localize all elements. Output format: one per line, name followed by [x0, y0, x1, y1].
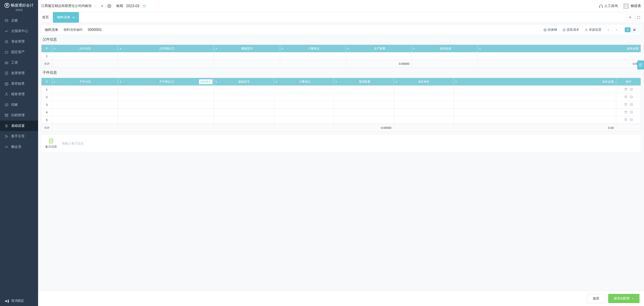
sidebar-pin-toggle[interactable]: ◀❚ 取消固定: [0, 296, 38, 306]
shortcut-button[interactable]: 快捷键: [544, 28, 557, 32]
note-icon: [48, 138, 54, 144]
sidebar-item-tax[interactable]: 税务管理: [0, 89, 38, 100]
fullscreen-button[interactable]: [635, 14, 642, 21]
brand-name: 畅捷通好会计: [11, 3, 34, 8]
reports-icon: [4, 29, 8, 33]
svg-point-46: [46, 48, 47, 48]
delete-row-button[interactable]: [624, 103, 628, 107]
child-row[interactable]: 3: [42, 101, 641, 109]
tabs-row: 首页物料清单✕: [38, 12, 644, 23]
sidebar-item-member[interactable]: 畅会员: [0, 142, 38, 152]
svg-rect-63: [49, 139, 53, 143]
tab-close-bom[interactable]: ✕: [72, 16, 75, 19]
remark-input[interactable]: [62, 142, 637, 145]
period-value[interactable]: 2023-03: [126, 4, 140, 8]
tab-bom[interactable]: 物料清单✕: [53, 12, 79, 23]
close-all-tabs-button[interactable]: [626, 14, 634, 21]
save-and-new-button[interactable]: 保存&新增: [608, 294, 640, 303]
closing-icon: [4, 103, 8, 107]
info-icon[interactable]: ?: [171, 47, 174, 50]
discard-button[interactable]: 放弃: [587, 294, 605, 303]
salary-icon: [4, 61, 8, 65]
svg-point-47: [46, 81, 47, 82]
delete-row-button[interactable]: [624, 88, 628, 92]
add-row-button[interactable]: [630, 95, 633, 99]
pin-icon: ◀❚: [4, 299, 10, 303]
company-selector[interactable]: 江西服宝精品有限责任公司内账张: [41, 4, 97, 8]
view-card-button[interactable]: [632, 27, 637, 32]
funds-icon: [4, 40, 8, 44]
svg-line-14: [6, 83, 8, 84]
page-head: 物料清单 物料清单编码 0000001 快捷键 提取成本 单据设置: [41, 25, 641, 34]
parent-col-settings-button[interactable]: [45, 47, 48, 51]
svg-point-38: [586, 29, 587, 30]
settings-icon: [4, 124, 8, 128]
svg-point-32: [626, 5, 627, 6]
member-icon: [4, 145, 8, 149]
prev-doc-button[interactable]: [607, 28, 610, 31]
child-table: ▲▼子件仓库 ▲▼*子件商品?扫码录入 ▲▼规格型号 ▲▼*计量单位 ▲▼*需用…: [41, 78, 641, 132]
svg-rect-43: [634, 29, 635, 30]
add-row-button[interactable]: [630, 118, 633, 122]
child-col-settings-button[interactable]: [45, 80, 48, 84]
child-section-title: 子件信息: [41, 70, 641, 76]
svg-rect-44: [634, 30, 634, 31]
tab-home[interactable]: 首页: [38, 12, 53, 23]
sidebar-item-closing[interactable]: 结账: [0, 100, 38, 110]
company-settings-button[interactable]: [107, 4, 111, 8]
svg-rect-17: [5, 104, 8, 106]
svg-rect-19: [6, 115, 8, 116]
ledger-icon: [4, 18, 8, 23]
delete-row-button[interactable]: [624, 118, 628, 122]
sidebar-item-funds[interactable]: 资金管理: [0, 36, 38, 47]
svg-rect-30: [600, 6, 600, 8]
sidebar-item-settings[interactable]: 基础设置: [0, 120, 38, 131]
avatar-icon: [623, 3, 629, 9]
invoice-icon: [4, 71, 8, 75]
next-doc-button[interactable]: [615, 28, 618, 31]
scan-input-button[interactable]: 扫码录入: [199, 79, 212, 84]
footer-bar: 放弃 保存&新增: [38, 291, 644, 306]
sidebar-item-assets[interactable]: 固定资产: [0, 47, 38, 57]
tax-icon: [4, 92, 8, 96]
help-link[interactable]: 人工咨询: [599, 4, 618, 8]
float-notes-button[interactable]: [637, 60, 644, 70]
parent-row[interactable]: 1: [42, 52, 641, 60]
add-row-button[interactable]: [630, 110, 633, 114]
child-row[interactable]: 1: [42, 86, 641, 94]
add-company-button[interactable]: [100, 4, 104, 8]
delete-row-button[interactable]: [624, 110, 628, 114]
sidebar-item-salary[interactable]: 工资: [0, 57, 38, 68]
svg-rect-45: [634, 30, 635, 31]
code-value: 0000001: [88, 28, 102, 32]
sidebar-item-reports[interactable]: 云报表中心: [0, 26, 38, 36]
svg-rect-69: [640, 64, 642, 66]
extract-cost-button[interactable]: 提取成本: [562, 28, 579, 32]
child-row[interactable]: 4: [42, 109, 641, 116]
calendar-icon[interactable]: [142, 4, 146, 8]
sidebar-item-ledger[interactable]: 总账: [0, 15, 38, 26]
view-list-button[interactable]: [625, 27, 630, 32]
child-subtotal-row: 小计 0.00000 0.00: [42, 124, 641, 132]
svg-rect-37: [563, 29, 565, 31]
topbar: 江西服宝精品有限责任公司内账张 账期 2023-03 人工咨询 畅捷通: [38, 0, 644, 12]
svg-rect-31: [602, 6, 603, 8]
chevron-up-icon: [631, 297, 634, 300]
remark-box: 备注信息: [41, 135, 641, 152]
add-row-button[interactable]: [630, 88, 633, 92]
sidebar-item-invoice[interactable]: 发票管理: [0, 68, 38, 78]
sidebar-item-inventory[interactable]: 库存核算: [0, 78, 38, 89]
delete-row-button[interactable]: [624, 95, 628, 99]
parent-subtotal-row: 小计 0.00000 0.00: [42, 60, 641, 68]
info-icon[interactable]: ?: [171, 80, 174, 83]
child-row[interactable]: 2: [42, 94, 641, 101]
user-menu[interactable]: 畅捷通: [623, 3, 641, 9]
sidebar-item-archive[interactable]: 归档管理: [0, 110, 38, 120]
add-row-button[interactable]: [630, 103, 633, 107]
assets-icon: [4, 50, 8, 54]
doc-settings-button[interactable]: 单据设置: [584, 28, 602, 32]
child-row[interactable]: 5: [42, 116, 641, 124]
chevron-down-icon: [94, 4, 97, 8]
brand-block: ¥ 畅捷通好会计 旗舰版: [0, 0, 38, 14]
sidebar-item-guide[interactable]: 新手引导: [0, 131, 38, 142]
